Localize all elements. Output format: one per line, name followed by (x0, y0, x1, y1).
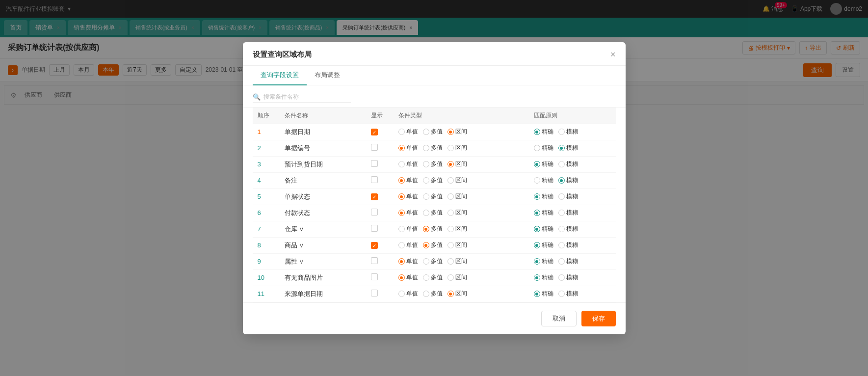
radio-fuzzy[interactable]: 模糊 (558, 128, 578, 136)
type-radio-group: 单值 多值 区间 (398, 192, 524, 201)
radio-precise[interactable]: 精确 (534, 241, 553, 249)
save-button[interactable]: 保存 (581, 311, 616, 326)
dialog-close-button[interactable]: × (610, 50, 616, 59)
radio-single[interactable]: 单值 (398, 290, 418, 298)
radio-range[interactable]: 区间 (447, 176, 467, 185)
radio-multi[interactable]: 多值 (423, 241, 443, 249)
radio-multi[interactable]: 多值 (423, 192, 443, 201)
radio-precise[interactable]: 精确 (534, 160, 553, 168)
match-radio-group: 精确 模糊 (534, 241, 611, 249)
radio-single[interactable]: 单值 (398, 176, 418, 185)
radio-range[interactable]: 区间 (447, 144, 467, 152)
cell-display[interactable] (366, 286, 393, 302)
type-radio-group: 单值 多值 区间 (398, 144, 524, 152)
radio-range[interactable]: 区间 (447, 273, 467, 282)
radio-fuzzy[interactable]: 模糊 (558, 273, 578, 282)
radio-fuzzy[interactable]: 模糊 (558, 241, 578, 249)
radio-single[interactable]: 单值 (398, 128, 418, 136)
radio-fuzzy[interactable]: 模糊 (558, 160, 578, 168)
type-radio-group: 单值 多值 区间 (398, 160, 524, 168)
cell-display[interactable] (366, 253, 393, 269)
cell-display[interactable] (366, 124, 393, 140)
radio-single[interactable]: 单值 (398, 209, 418, 217)
radio-multi[interactable]: 多值 (423, 128, 443, 136)
cell-display[interactable] (366, 237, 393, 253)
radio-single[interactable]: 单值 (398, 273, 418, 282)
radio-precise[interactable]: 精确 (534, 128, 553, 136)
cell-name: 单据日期 (280, 124, 367, 140)
radio-range[interactable]: 区间 (447, 209, 467, 217)
radio-precise[interactable]: 精确 (534, 192, 553, 201)
cell-display[interactable] (366, 188, 393, 205)
radio-precise[interactable]: 精确 (534, 225, 553, 233)
radio-single[interactable]: 单值 (398, 160, 418, 168)
cell-name: 单据编号 (280, 140, 367, 156)
radio-range[interactable]: 区间 (447, 257, 467, 266)
radio-precise[interactable]: 精确 (534, 144, 553, 152)
display-checkbox[interactable] (371, 129, 378, 135)
display-checkbox[interactable] (371, 225, 378, 232)
radio-fuzzy[interactable]: 模糊 (558, 225, 578, 233)
cell-display[interactable] (366, 156, 393, 172)
radio-fuzzy[interactable]: 模糊 (558, 176, 578, 185)
radio-fuzzy[interactable]: 模糊 (558, 144, 578, 152)
display-checkbox[interactable] (371, 290, 378, 296)
dialog-tab-fields[interactable]: 查询字段设置 (253, 66, 307, 85)
type-radio-group: 单值 多值 区间 (398, 128, 524, 136)
match-radio-group: 精确 模糊 (534, 192, 611, 201)
radio-range[interactable]: 区间 (447, 241, 467, 249)
radio-multi[interactable]: 多值 (423, 144, 443, 152)
radio-fuzzy[interactable]: 模糊 (558, 192, 578, 201)
radio-fuzzy[interactable]: 模糊 (558, 257, 578, 266)
radio-multi[interactable]: 多值 (423, 160, 443, 168)
cell-type: 单值 多值 区间 (394, 188, 529, 205)
radio-multi[interactable]: 多值 (423, 176, 443, 185)
radio-multi[interactable]: 多值 (423, 273, 443, 282)
radio-precise[interactable]: 精确 (534, 273, 553, 282)
radio-multi[interactable]: 多值 (423, 209, 443, 217)
dialog-tab-layout[interactable]: 布局调整 (307, 66, 348, 85)
radio-single[interactable]: 单值 (398, 257, 418, 266)
radio-precise[interactable]: 精确 (534, 290, 553, 298)
display-checkbox[interactable] (371, 242, 378, 249)
radio-range[interactable]: 区间 (447, 192, 467, 201)
display-checkbox[interactable] (371, 160, 378, 167)
cell-display[interactable] (366, 140, 393, 156)
match-radio-group: 精确 模糊 (534, 209, 611, 217)
radio-fuzzy[interactable]: 模糊 (558, 209, 578, 217)
radio-multi[interactable]: 多值 (423, 290, 443, 298)
radio-precise[interactable]: 精确 (534, 176, 553, 185)
radio-range[interactable]: 区间 (447, 128, 467, 136)
display-checkbox[interactable] (371, 257, 378, 264)
display-checkbox[interactable] (371, 273, 378, 280)
display-checkbox[interactable] (371, 144, 378, 151)
radio-range[interactable]: 区间 (447, 225, 467, 233)
radio-range[interactable]: 区间 (447, 160, 467, 168)
cell-match: 精确 模糊 (529, 205, 616, 221)
radio-multi[interactable]: 多值 (423, 225, 443, 233)
display-checkbox[interactable] (371, 193, 378, 200)
radio-single[interactable]: 单值 (398, 225, 418, 233)
display-checkbox[interactable] (371, 209, 378, 215)
radio-multi[interactable]: 多值 (423, 257, 443, 266)
radio-single[interactable]: 单值 (398, 192, 418, 201)
search-input[interactable] (263, 93, 342, 100)
cell-match: 精确 模糊 (529, 237, 616, 253)
match-radio-group: 精确 模糊 (534, 225, 611, 233)
cell-display[interactable] (366, 172, 393, 188)
cell-display[interactable] (366, 221, 393, 237)
cancel-button[interactable]: 取消 (541, 311, 577, 326)
radio-fuzzy[interactable]: 模糊 (558, 290, 578, 298)
cell-order: 1 (253, 124, 280, 140)
cell-type: 单值 多值 区间 (394, 269, 529, 286)
radio-single[interactable]: 单值 (398, 144, 418, 152)
cell-display[interactable] (366, 205, 393, 221)
radio-single[interactable]: 单值 (398, 241, 418, 249)
cell-display[interactable] (366, 269, 393, 286)
radio-precise[interactable]: 精确 (534, 257, 553, 266)
dialog-title: 设置查询区域布局 (253, 50, 312, 59)
display-checkbox[interactable] (371, 176, 378, 183)
radio-precise[interactable]: 精确 (534, 209, 553, 217)
radio-range[interactable]: 区间 (447, 290, 467, 298)
cell-order: 11 (253, 286, 280, 302)
